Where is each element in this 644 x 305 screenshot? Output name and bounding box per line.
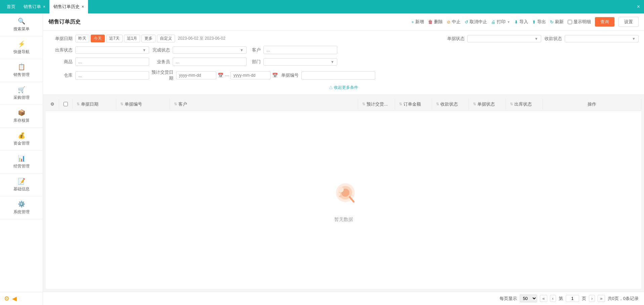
- goods-field[interactable]: [78, 59, 146, 64]
- content-area: 销售订单历史 + 新增 🗑 删除 ⊘ 中止 ↺ 取消中止: [43, 13, 644, 305]
- stop-icon: ⊘: [447, 20, 450, 25]
- customer-label: 客户: [247, 47, 263, 53]
- tab-home[interactable]: 首页: [3, 0, 19, 13]
- sales-person-field[interactable]: [176, 59, 244, 64]
- show-detail-checkbox[interactable]: 显示明细: [568, 19, 591, 25]
- sidebar-item-quick-nav-label: 快捷导航: [13, 49, 30, 55]
- date-btn-today[interactable]: 今天: [91, 35, 105, 42]
- empty-state: 暂无数据: [46, 111, 641, 289]
- sort-amount-icon: ⇅: [399, 102, 402, 106]
- sidebar-item-finance[interactable]: 💰 资金管理: [0, 128, 43, 151]
- goods-input[interactable]: [75, 58, 149, 66]
- sales-person-input[interactable]: [173, 58, 247, 66]
- th-amount[interactable]: ⇅ 订单金额: [395, 99, 432, 110]
- import-icon: ⬇: [514, 20, 518, 25]
- th-delivery[interactable]: ⇅ 预计交货...: [358, 99, 395, 110]
- date-btn-yesterday[interactable]: 昨天: [75, 35, 89, 42]
- prev-page-btn[interactable]: ‹: [550, 295, 556, 302]
- first-page-btn[interactable]: «: [540, 295, 547, 302]
- delivery-date-from[interactable]: [176, 71, 216, 79]
- page-title: 销售订单历史: [48, 18, 81, 26]
- th-doc-status[interactable]: ⇅ 单据状态: [469, 99, 506, 110]
- out-status-select[interactable]: ▼: [75, 46, 149, 54]
- customer-input[interactable]: [263, 46, 337, 54]
- th-date[interactable]: ⇅ 单据日期: [73, 99, 116, 110]
- complete-status-select[interactable]: ▼: [173, 46, 247, 54]
- total-info: 共0页，0条记录: [608, 296, 639, 302]
- select-all-checkbox[interactable]: [63, 102, 68, 106]
- purchase-mgmt-icon: 🛒: [18, 86, 25, 93]
- dept-select[interactable]: ▼: [263, 58, 337, 66]
- customer-field[interactable]: [266, 47, 334, 52]
- main-layout: 🔍 搜索菜单 ⚡ 快捷导航 📋 销售管理 🛒 采购管理 📦 库存核算 💰 资金管…: [0, 13, 644, 305]
- cal-from-icon[interactable]: 📅: [218, 73, 223, 78]
- empty-illustration: [327, 178, 360, 211]
- tab-sales-order-close[interactable]: ×: [43, 4, 45, 9]
- print-dropdown-icon: ▼: [507, 20, 510, 24]
- export-button[interactable]: ⬆ 导出: [532, 19, 546, 25]
- cal-to-icon[interactable]: 📅: [272, 73, 278, 78]
- page-header: 销售订单历史 + 新增 🗑 删除 ⊘ 中止 ↺ 取消中止: [43, 13, 644, 31]
- sidebar-settings-icon[interactable]: ⚙: [4, 295, 9, 302]
- window-close-btn[interactable]: ×: [637, 4, 640, 10]
- show-detail-input[interactable]: [568, 20, 572, 24]
- tab-sales-order-history-close[interactable]: ×: [82, 4, 84, 9]
- warehouse-label: 仓库: [48, 72, 75, 78]
- doc-no-input[interactable]: [301, 71, 375, 80]
- toolbar: + 新增 🗑 删除 ⊘ 中止 ↺ 取消中止 🖨 打印: [412, 17, 639, 27]
- delivery-date-label: 预计交货日期: [149, 69, 176, 81]
- sidebar-item-purchase-mgmt[interactable]: 🛒 采购管理: [0, 82, 43, 105]
- doc-no-field[interactable]: [304, 73, 372, 78]
- th-customer[interactable]: ⇅ 客户: [170, 99, 358, 110]
- sys-mgmt-icon: ⚙️: [18, 200, 25, 208]
- collapse-button[interactable]: △ 收起更多条件: [48, 85, 639, 90]
- next-page-btn[interactable]: ›: [589, 295, 595, 302]
- tab-sales-order-history[interactable]: 销售订单历史 ×: [49, 0, 88, 13]
- sidebar-item-sales-mgmt[interactable]: 📋 销售管理: [0, 59, 43, 82]
- th-receipt[interactable]: ⇅ 收款状态: [432, 99, 469, 110]
- import-button[interactable]: ⬇ 导入: [514, 19, 528, 25]
- date-buttons: 昨天 今天 近7天 近1月 更多 自定义: [75, 35, 175, 42]
- sidebar-item-ops-mgmt[interactable]: 📊 经营管理: [0, 151, 43, 174]
- sidebar-item-base-info[interactable]: 📝 基础信息: [0, 174, 43, 196]
- svg-point-5: [337, 193, 340, 196]
- last-page-btn[interactable]: »: [598, 295, 605, 302]
- doc-status-label: 单据状态: [444, 36, 467, 42]
- sidebar-item-sys-mgmt[interactable]: ⚙️ 系统管理: [0, 196, 43, 219]
- warehouse-input[interactable]: [75, 71, 149, 80]
- refresh-icon: ↻: [550, 20, 554, 25]
- page-size-select[interactable]: 50 20 100: [520, 295, 537, 302]
- doc-no-label: 单据编号: [278, 72, 301, 78]
- sidebar-bottom: ⚙ ◀: [0, 292, 43, 305]
- sales-mgmt-icon: 📋: [18, 63, 25, 71]
- th-out-status[interactable]: ⇅ 出库状态: [506, 99, 543, 110]
- sidebar-item-quick-nav[interactable]: ⚡ 快捷导航: [0, 36, 43, 59]
- inventory-icon: 📦: [18, 109, 25, 116]
- out-status-arrow: ▼: [142, 48, 146, 52]
- setting-button[interactable]: 设置: [618, 17, 639, 27]
- th-docno[interactable]: ⇅ 单据编号: [116, 99, 170, 110]
- sidebar-expand-icon[interactable]: ◀: [12, 295, 17, 302]
- date-btn-custom[interactable]: 自定义: [157, 35, 175, 42]
- th-checkbox[interactable]: [59, 99, 73, 109]
- tab-sales-order[interactable]: 销售订单 ×: [19, 0, 49, 13]
- print-button[interactable]: 🖨 打印 ▼: [491, 19, 510, 25]
- sidebar-item-search-menu[interactable]: 🔍 搜索菜单: [0, 13, 43, 36]
- doc-status-select[interactable]: ▼: [467, 35, 541, 42]
- page-input[interactable]: [566, 295, 579, 302]
- ops-mgmt-icon: 📊: [18, 155, 25, 162]
- delivery-date-to[interactable]: [230, 71, 271, 79]
- sidebar-item-inventory[interactable]: 📦 库存核算: [0, 105, 43, 128]
- receipt-status-select[interactable]: ▼: [565, 35, 639, 42]
- new-button[interactable]: + 新增: [412, 19, 424, 25]
- refresh-button[interactable]: ↻ 刷新: [550, 19, 564, 25]
- query-button[interactable]: 查询: [595, 17, 614, 27]
- date-btn-more[interactable]: 更多: [141, 35, 156, 42]
- delete-button[interactable]: 🗑 删除: [428, 19, 443, 25]
- warehouse-field[interactable]: [78, 73, 146, 78]
- cancel-stop-button[interactable]: ↺ 取消中止: [465, 19, 487, 25]
- stop-button[interactable]: ⊘ 中止: [447, 19, 461, 25]
- date-btn-7days[interactable]: 近7天: [106, 35, 123, 42]
- date-btn-1month[interactable]: 近1月: [124, 35, 140, 42]
- th-settings[interactable]: ⚙: [46, 99, 59, 109]
